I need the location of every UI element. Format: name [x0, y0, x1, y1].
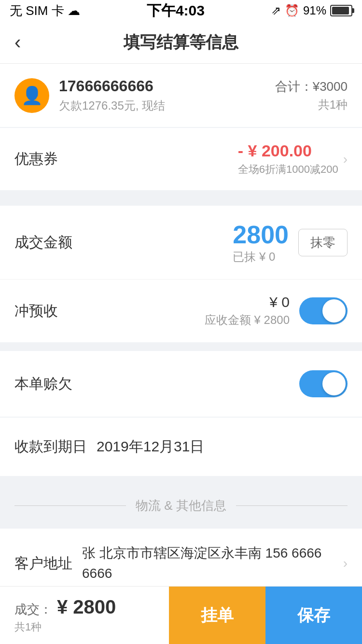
- location-icon: ⇗: [271, 4, 281, 17]
- alarm-icon: ⏰: [285, 4, 299, 17]
- ben-dan-label: 本单赊欠: [14, 374, 72, 394]
- chong-yushou-label: 冲预收: [14, 301, 58, 321]
- coupon-row[interactable]: 优惠券 - ¥ 200.00 全场6折满1000减200 ›: [0, 128, 362, 190]
- address-arrow-icon: ›: [343, 556, 348, 571]
- round-zero-button[interactable]: 抹零: [298, 229, 348, 256]
- chong-yushou-toggle[interactable]: [299, 297, 348, 324]
- user-info: 17666666666 欠款1276.35元, 现结: [59, 77, 165, 113]
- deal-amount-row: 成交金额 2800 已抹 ¥ 0 抹零: [0, 206, 362, 280]
- chong-amounts: ¥ 0 应收金额 ¥ 2800: [205, 294, 290, 328]
- due-date-label: 收款到期日: [14, 437, 87, 457]
- total-count: 共1种: [275, 97, 348, 112]
- save-button[interactable]: 保存: [265, 587, 362, 644]
- deal-amount-value: 2800: [233, 220, 289, 249]
- status-left: 无 SIM 卡 ☁: [10, 2, 80, 19]
- erased-label: 已抹 ¥ 0: [233, 249, 289, 265]
- bottom-deal-value: ¥ 2800: [57, 596, 116, 618]
- back-icon: ‹: [14, 31, 21, 53]
- ben-toggle-knob: [322, 372, 346, 395]
- coupon-label: 优惠券: [14, 149, 58, 169]
- battery-percent: 91%: [303, 4, 326, 17]
- sim-label: 无 SIM 卡 ☁: [10, 2, 80, 19]
- avatar: 👤: [14, 78, 49, 113]
- bottom-count: 共1种: [14, 620, 154, 634]
- logistics-title: 物流 & 其他信息: [136, 497, 226, 514]
- user-total: 合计：¥3000 共1种: [275, 78, 348, 112]
- back-button[interactable]: ‹: [14, 31, 43, 53]
- chong-yushou-row: 冲预收 ¥ 0 应收金额 ¥ 2800: [0, 280, 362, 342]
- avatar-icon: 👤: [21, 85, 43, 106]
- bottom-summary: 成交： ¥ 2800 共1种: [0, 596, 169, 634]
- bottom-deal-label: 成交：: [14, 601, 52, 618]
- deal-amount-label: 成交金额: [14, 233, 72, 252]
- ben-dan-row: 本单赊欠: [0, 351, 362, 417]
- coupon-arrow-icon: ›: [343, 152, 348, 167]
- coupon-desc: 全场6折满1000减200: [238, 162, 338, 177]
- chong-amount-value: ¥ 0: [205, 294, 290, 310]
- user-left: 👤 17666666666 欠款1276.35元, 现结: [14, 77, 165, 113]
- battery-icon: [330, 5, 352, 16]
- ben-dan-toggle[interactable]: [299, 370, 348, 397]
- total-label: 合计：¥3000: [275, 78, 348, 95]
- bottom-deal: 成交： ¥ 2800: [14, 596, 154, 618]
- status-bar: 无 SIM 卡 ☁ 下午4:03 ⇗ ⏰ 91%: [0, 0, 362, 21]
- user-card: 👤 17666666666 欠款1276.35元, 现结 合计：¥3000 共1…: [0, 64, 362, 127]
- hang-button[interactable]: 挂单: [169, 587, 265, 644]
- logistics-line-right: [236, 505, 348, 506]
- due-date-row: 收款到期日 2019年12月31日: [0, 418, 362, 476]
- toggle-knob: [322, 299, 346, 322]
- bottom-bar: 成交： ¥ 2800 共1种 挂单 保存: [0, 586, 362, 644]
- coupon-right: - ¥ 200.00 全场6折满1000减200 ›: [238, 141, 348, 177]
- page-title: 填写结算等信息: [43, 31, 319, 54]
- section-divider-2: [0, 343, 362, 351]
- status-time: 下午4:03: [147, 1, 205, 21]
- address-label: 客户地址: [14, 554, 72, 574]
- deal-amount-right: 2800 已抹 ¥ 0 抹零: [233, 220, 348, 265]
- address-value: 张 北京市市辖区海淀区永丰南 156 6666 6666: [82, 543, 343, 584]
- section-divider-1: [0, 198, 362, 206]
- due-date-value: 2019年12月31日: [97, 437, 204, 457]
- content: 👤 17666666666 欠款1276.35元, 现结 合计：¥3000 共1…: [0, 64, 362, 644]
- coupon-amount: - ¥ 200.00: [238, 141, 338, 160]
- status-right: ⇗ ⏰ 91%: [271, 4, 352, 17]
- nav-bar: ‹ 填写结算等信息: [0, 21, 362, 64]
- user-debt: 欠款1276.35元, 现结: [59, 98, 165, 113]
- logistics-header: 物流 & 其他信息: [0, 484, 362, 528]
- logistics-line-left: [14, 505, 126, 506]
- user-phone: 17666666666: [59, 77, 165, 95]
- deal-amount-section: 成交金额 2800 已抹 ¥ 0 抹零 冲预收 ¥ 0 应收金额 ¥ 2800: [0, 206, 362, 342]
- chong-yushou-right: ¥ 0 应收金额 ¥ 2800: [205, 294, 348, 328]
- chong-sub-label: 应收金额 ¥ 2800: [205, 312, 290, 328]
